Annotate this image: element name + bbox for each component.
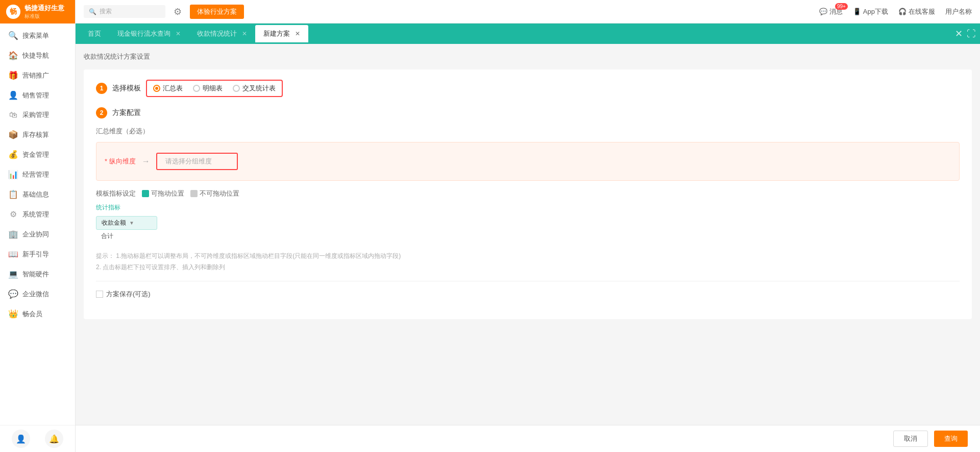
step1-num: 1 — [96, 83, 107, 94]
sidebar-item-label: 新手引导 — [22, 250, 49, 259]
indicator-tag-container: 收款金额 ▼ 合计 — [96, 216, 157, 243]
sidebar-item-basic-info[interactable]: 📋 基础信息 — [0, 184, 75, 204]
app-download-button[interactable]: 📱 App下载 — [853, 7, 888, 16]
dimension-selector[interactable]: 请选择分组维度 — [156, 153, 238, 170]
sidebar-item-hardware[interactable]: 💻 智能硬件 — [0, 264, 75, 284]
download-icon: 📱 — [853, 8, 861, 15]
tab-home[interactable]: 首页 — [80, 25, 109, 42]
divider — [96, 281, 960, 281]
dropdown-icon: ▼ — [129, 220, 134, 226]
step1-header: 1 选择模板 汇总表 明细表 交叉统计表 — [96, 80, 960, 97]
sidebar-item-quick-nav[interactable]: 🏠 快捷导航 — [0, 45, 75, 65]
tab-bank-flow-close[interactable]: ✕ — [176, 30, 181, 37]
user-icon: 👤 — [8, 90, 18, 100]
sidebar-nav: 🔍 搜索菜单 🏠 快捷导航 🎁 营销推广 👤 销售管理 🛍 采购管理 📦 库存核… — [0, 23, 75, 425]
top-header: 🔍 搜索 ⚙ 体验行业方案 💬 消息 99+ 📱 App下载 🎧 在线客服 用户… — [76, 0, 980, 23]
sidebar-item-label: 采购管理 — [22, 110, 49, 120]
indicator-subtag-total: 合计 — [96, 230, 157, 243]
indicator-grid: 统计指标 收款金额 ▼ 合计 — [96, 203, 960, 243]
tab-bar: 首页 现金银行流水查询 ✕ 收款情况统计 ✕ 新建方案 ✕ ✕ ⛶ — [76, 23, 980, 44]
sidebar-user-avatar[interactable]: 👤 — [12, 430, 30, 448]
clipboard-icon: 📋 — [8, 189, 18, 199]
sidebar-item-sales[interactable]: 👤 销售管理 — [0, 85, 75, 105]
box-icon: 📦 — [8, 130, 18, 139]
dimension-section-title: 汇总维度（必选） — [96, 127, 960, 136]
tab-home-label: 首页 — [88, 29, 101, 38]
draggable-toggle — [142, 190, 149, 197]
sidebar-item-marketing[interactable]: 🎁 营销推广 — [0, 65, 75, 85]
header-right: 💬 消息 99+ 📱 App下载 🎧 在线客服 用户名称 — [819, 7, 972, 16]
radio-detail[interactable]: 明细表 — [193, 84, 223, 93]
step1-title: 选择模板 — [112, 84, 141, 93]
footer: 取消 查询 — [76, 425, 980, 452]
dimension-row: * 纵向维度 → 请选择分组维度 — [105, 153, 951, 170]
sidebar-item-label: 库存核算 — [22, 130, 49, 139]
home-icon: 🏠 — [8, 51, 18, 60]
sidebar-item-enterprise[interactable]: 🏢 企业协同 — [0, 224, 75, 244]
logo-tag: 标准版 — [24, 13, 64, 20]
online-service-label: 在线客服 — [909, 7, 935, 16]
notification-badge: 99+ — [835, 3, 848, 10]
main-card: 1 选择模板 汇总表 明细表 交叉统计表 — [84, 69, 972, 319]
sidebar-notification-btn[interactable]: 🔔 — [45, 430, 63, 448]
tab-new-plan[interactable]: 新建方案 ✕ — [255, 25, 308, 42]
chat-icon: 💬 — [8, 289, 18, 299]
draggable-legend: 可拖动位置 — [142, 189, 184, 198]
tab-close-all-icon[interactable]: ✕ — [955, 28, 963, 39]
book-icon: 📖 — [8, 249, 18, 259]
tip-line-2: 2. 点击标题栏下拉可设置排序、插入列和删除列 — [96, 262, 960, 273]
sidebar-item-inventory[interactable]: 📦 库存核算 — [0, 125, 75, 145]
save-checkbox[interactable] — [96, 291, 103, 298]
indicator-settings: 模板指标设定 可拖动位置 不可拖动位置 统计指标 — [96, 189, 960, 243]
sidebar-item-label: 营销推广 — [22, 71, 49, 80]
search-placeholder: 搜索 — [100, 7, 112, 16]
tab-receipt-stats-close[interactable]: ✕ — [242, 30, 247, 37]
sidebar-item-wechat[interactable]: 💬 企业微信 — [0, 284, 75, 304]
draggable-label: 可拖动位置 — [151, 189, 184, 198]
tab-receipt-stats[interactable]: 收款情况统计 ✕ — [189, 25, 255, 42]
tab-expand-icon[interactable]: ⛶ — [967, 29, 976, 39]
sidebar-item-system[interactable]: ⚙ 系统管理 — [0, 204, 75, 224]
online-service-button[interactable]: 🎧 在线客服 — [898, 7, 935, 16]
sidebar-item-label: 销售管理 — [22, 91, 49, 100]
query-button[interactable]: 查询 — [934, 431, 968, 447]
sidebar-item-operations[interactable]: 📊 经营管理 — [0, 164, 75, 184]
template-radio-group: 汇总表 明细表 交叉统计表 — [146, 80, 283, 97]
sidebar-item-guide[interactable]: 📖 新手引导 — [0, 244, 75, 264]
radio-summary[interactable]: 汇总表 — [153, 84, 183, 93]
radio-cross[interactable]: 交叉统计表 — [233, 84, 276, 93]
crown-icon: 👑 — [8, 309, 18, 319]
sidebar-item-search[interactable]: 🔍 搜索菜单 — [0, 26, 75, 45]
save-option: 方案保存(可选) — [96, 290, 960, 299]
indicator-tag-amount[interactable]: 收款金额 ▼ — [96, 216, 157, 230]
arrow-icon: → — [142, 157, 150, 166]
notification-button[interactable]: 💬 消息 99+ — [819, 7, 843, 16]
message-icon: 💬 — [819, 8, 827, 15]
sidebar-item-label: 经营管理 — [22, 170, 49, 179]
sidebar-item-label: 搜索菜单 — [22, 31, 49, 40]
logo-icon: 畅 — [6, 5, 20, 19]
save-option-label: 方案保存(可选) — [106, 290, 151, 299]
sidebar-bottom: 👤 🔔 — [0, 425, 75, 452]
tab-new-plan-close[interactable]: ✕ — [295, 30, 300, 37]
tab-new-plan-label: 新建方案 — [263, 29, 290, 38]
sidebar-item-purchase[interactable]: 🛍 采购管理 — [0, 105, 75, 125]
settings-icon[interactable]: ⚙ — [174, 6, 182, 17]
sidebar-item-member[interactable]: 👑 畅会员 — [0, 304, 75, 324]
user-name-label: 用户名称 — [945, 7, 972, 16]
user-name-button[interactable]: 用户名称 — [945, 7, 972, 16]
indicator-tag-label: 收款金额 — [102, 219, 126, 227]
non-draggable-toggle — [190, 190, 198, 197]
search-box[interactable]: 🔍 搜索 — [84, 5, 165, 18]
sidebar-item-finance[interactable]: 💰 资金管理 — [0, 145, 75, 164]
radio-detail-circle — [193, 85, 200, 92]
laptop-icon: 💻 — [8, 269, 18, 279]
sidebar-item-label: 企业协同 — [22, 230, 49, 239]
industry-button[interactable]: 体验行业方案 — [190, 5, 244, 19]
search-icon: 🔍 — [89, 8, 96, 15]
cancel-button[interactable]: 取消 — [893, 431, 928, 447]
tab-bank-flow[interactable]: 现金银行流水查询 ✕ — [109, 25, 189, 42]
bag-icon: 🛍 — [8, 110, 18, 120]
main-area: 🔍 搜索 ⚙ 体验行业方案 💬 消息 99+ 📱 App下载 🎧 在线客服 用户… — [76, 0, 980, 452]
sidebar-item-label: 系统管理 — [22, 210, 49, 219]
